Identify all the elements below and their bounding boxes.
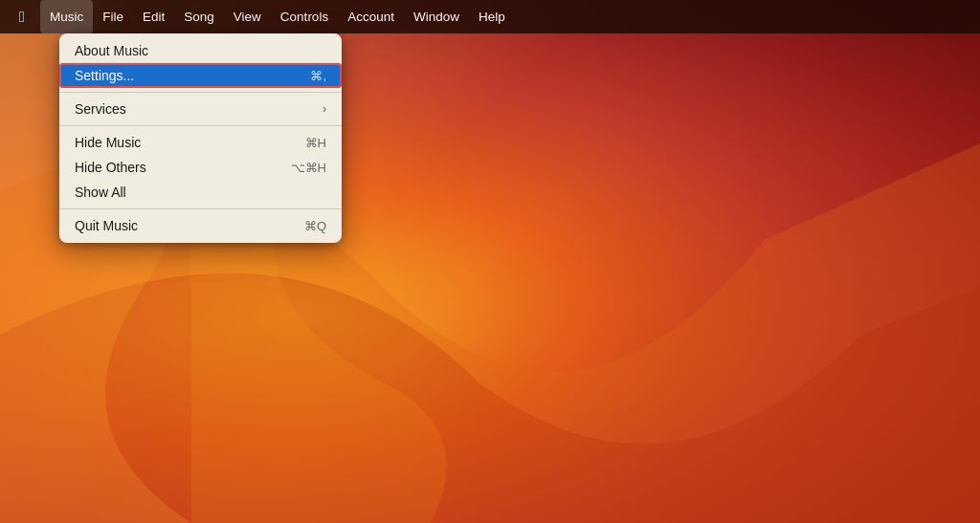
menu-item-hide-others[interactable]: Hide Others ⌥⌘H bbox=[59, 155, 342, 180]
menu-item-settings-label: Settings... bbox=[75, 68, 310, 83]
menubar:  Music File Edit Song View Controls Acc… bbox=[0, 0, 980, 33]
apple-icon:  bbox=[19, 9, 25, 26]
menu-item-services-label: Services bbox=[75, 101, 323, 117]
menubar-item-window[interactable]: Window bbox=[404, 0, 469, 33]
menubar-item-view[interactable]: View bbox=[224, 0, 271, 33]
menu-item-show-all-label: Show All bbox=[75, 185, 326, 200]
menubar-item-file[interactable]: File bbox=[93, 0, 133, 33]
menu-item-services[interactable]: Services › bbox=[59, 97, 342, 121]
separator-3 bbox=[59, 208, 342, 209]
menu-item-show-all[interactable]: Show All bbox=[59, 180, 342, 205]
menubar-item-controls[interactable]: Controls bbox=[271, 0, 338, 33]
menu-item-quit-label: Quit Music bbox=[75, 218, 304, 233]
menubar-item-music[interactable]: Music bbox=[40, 0, 93, 33]
menu-item-hide-music-shortcut: ⌘H bbox=[305, 136, 326, 150]
menu-item-quit-shortcut: ⌘Q bbox=[304, 219, 326, 233]
menu-item-about-label: About Music bbox=[75, 43, 326, 58]
apple-menu-button[interactable]:  bbox=[8, 0, 36, 33]
submenu-arrow-icon: › bbox=[323, 102, 326, 116]
menu-item-hide-others-shortcut: ⌥⌘H bbox=[291, 161, 326, 175]
separator-2 bbox=[59, 125, 342, 126]
menu-item-hide-others-label: Hide Others bbox=[75, 160, 291, 175]
menu-item-hide-music[interactable]: Hide Music ⌘H bbox=[59, 130, 342, 155]
menubar-item-help[interactable]: Help bbox=[469, 0, 515, 33]
menu-item-settings-shortcut: ⌘, bbox=[310, 69, 326, 83]
separator-1 bbox=[59, 92, 342, 93]
menu-item-settings[interactable]: Settings... ⌘, bbox=[59, 63, 342, 88]
menubar-item-edit[interactable]: Edit bbox=[133, 0, 174, 33]
menu-item-hide-music-label: Hide Music bbox=[75, 135, 305, 150]
music-menu-dropdown: About Music Settings... ⌘, Services › Hi… bbox=[59, 33, 342, 243]
menu-item-about[interactable]: About Music bbox=[59, 38, 342, 63]
menubar-item-song[interactable]: Song bbox=[174, 0, 224, 33]
menubar-item-account[interactable]: Account bbox=[338, 0, 404, 33]
menu-item-quit[interactable]: Quit Music ⌘Q bbox=[59, 213, 342, 238]
